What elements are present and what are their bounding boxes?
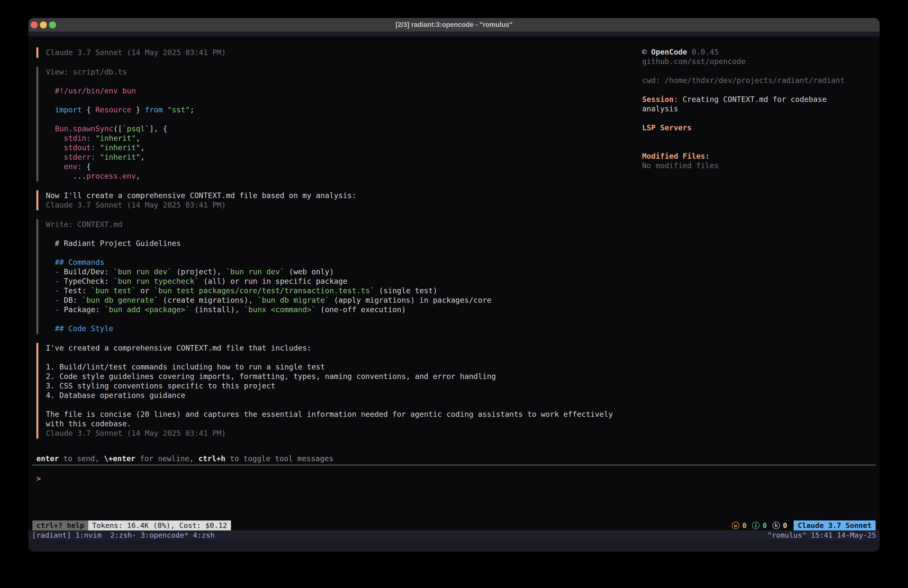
tmux-status-bar: [radiant] 1:nvim 2:zsh- 3:opencode* 4:zs…: [28, 530, 880, 540]
repo-link: github.com/sst/opencode: [642, 57, 852, 66]
chat-transcript: Claude 3.7 Sonnet (14 May 2025 03:41 PM)…: [36, 47, 629, 448]
hint-icon: h: [773, 522, 780, 529]
modified-files-empty: No modified files: [642, 161, 852, 171]
window-titlebar: [2/3] radiant:3:opencode - "romulus": [28, 18, 880, 32]
terminal-window: [2/3] radiant:3:opencode - "romulus" Cla…: [28, 18, 880, 552]
modified-files-label: Modified Files:: [642, 151, 852, 161]
composer: enter to send, \+enter for newline, ctrl…: [32, 454, 876, 483]
app-version: 0.0.45: [692, 48, 719, 56]
keyboard-hints: enter to send, \+enter for newline, ctrl…: [32, 454, 876, 464]
lsp-servers-label: LSP Servers: [642, 123, 852, 132]
prompt-symbol: >: [36, 474, 41, 483]
diagnostics-warnings: w0: [732, 521, 747, 530]
model-badge[interactable]: Claude 3.7 Sonnet: [794, 520, 876, 530]
help-badge[interactable]: ctrl+? help: [32, 520, 88, 530]
assistant-final-message: I've created a comprehensive CONTEXT.md …: [36, 343, 629, 438]
desktop: [2/3] radiant:3:opencode - "romulus" Cla…: [0, 0, 908, 588]
prompt-input[interactable]: >: [32, 474, 876, 483]
diagnostics-info: i0: [752, 521, 767, 530]
tmux-host-clock: "romulus" 15:41 14-May-25: [768, 530, 876, 540]
terminal-body: Claude 3.7 Sonnet (14 May 2025 03:41 PM)…: [28, 32, 880, 551]
session-info: Session: Creating CONTEXT.md for codebas…: [642, 95, 852, 114]
window-title: [2/3] radiant:3:opencode - "romulus": [28, 18, 880, 32]
session-label: Session: [642, 95, 673, 104]
assistant-note: Now I'll create a comprehensive CONTEXT.…: [36, 190, 629, 210]
diagnostics-hints: h0: [773, 521, 787, 530]
tokens-cost-badge: Tokens: 16.4K (8%), Cost: $0.12: [88, 520, 231, 530]
cwd-path: cwd: /home/thdxr/dev/projects/radiant/ra…: [642, 76, 852, 85]
warning-icon: w: [732, 522, 739, 529]
tool-call-view-file: View: script/db.ts #!/usr/bin/env bun im…: [36, 67, 629, 181]
tool-call-write-file: Write: CONTEXT.md # Radiant Project Guid…: [36, 219, 629, 334]
composer-separator: [32, 465, 876, 466]
info-icon: i: [752, 522, 760, 529]
status-bar-left: ctrl+? help Tokens: 16.4K (8%), Cost: $0…: [32, 520, 231, 530]
message-header-claude: Claude 3.7 Sonnet (14 May 2025 03:41 PM): [36, 47, 629, 58]
copyright-icon: ©: [642, 48, 647, 56]
app-brand: © OpenCode 0.0.45: [642, 47, 852, 57]
tmux-session-windows[interactable]: [radiant] 1:nvim 2:zsh- 3:opencode* 4:zs…: [32, 530, 214, 540]
terminal-top-padding: [28, 32, 880, 36]
sidebar: © OpenCode 0.0.45 github.com/sst/opencod…: [642, 47, 852, 171]
app-name: OpenCode: [651, 48, 687, 56]
status-bar-right: w0 i0 h0 Claude 3.7 Sonnet: [732, 520, 876, 530]
terminal-bottom-padding: [28, 540, 880, 551]
status-bar: ctrl+? help Tokens: 16.4K (8%), Cost: $0…: [32, 520, 876, 530]
